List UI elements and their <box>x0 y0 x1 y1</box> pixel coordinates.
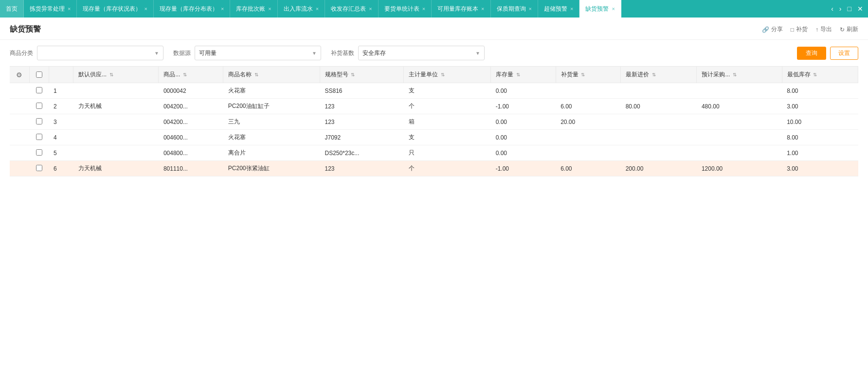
data-source-chevron-down-icon: ▼ <box>312 51 317 56</box>
row-checkbox-cell[interactable] <box>29 99 49 114</box>
export-button[interactable]: ↑ 导出 <box>815 25 832 34</box>
tab-overstock-warn-close[interactable]: × <box>570 6 573 12</box>
gear-settings-icon[interactable]: ⚙ <box>16 71 22 79</box>
row-num-cell: 3 <box>49 114 73 130</box>
row-checkbox-cell[interactable] <box>29 145 49 161</box>
tab-abnormal-close[interactable]: × <box>68 6 71 12</box>
table-header-row: ⚙ 默认供应... ⇅ 商品... ⇅ <box>10 67 858 83</box>
table-row: 3 004200... 三九 123 箱 0.00 20.00 10.00 <box>10 114 858 130</box>
row-num-cell: 1 <box>49 83 73 99</box>
tab-available-ledger-close[interactable]: × <box>481 6 484 12</box>
tab-close-all-button[interactable]: ✕ <box>854 3 866 15</box>
tab-restore-button[interactable]: □ <box>845 3 854 15</box>
unit-header: 主计量单位 <box>409 71 438 78</box>
tab-inout-flow-close[interactable]: × <box>316 6 319 12</box>
data-source-label: 数据源 <box>173 49 191 57</box>
row-checkbox[interactable] <box>36 118 42 124</box>
row-gear-cell <box>10 161 29 176</box>
row-checkbox-cell[interactable] <box>29 130 49 145</box>
replenish-base-value: 安全库存 <box>362 49 386 57</box>
tab-abnormal-label: 拣货异常处理 <box>30 5 65 13</box>
tab-order-stats[interactable]: 要货单统计表 × <box>379 0 432 18</box>
tab-receipt-summary[interactable]: 收发存汇总表 × <box>325 0 378 18</box>
tab-home[interactable]: 首页 <box>0 0 24 18</box>
table-row: 5 004800... 离合片 DS250*23c... 只 0.00 1.00 <box>10 145 858 161</box>
row-product-code: 004600... <box>159 130 223 145</box>
query-button[interactable]: 查询 <box>797 47 826 60</box>
export-label: 导出 <box>820 25 832 34</box>
category-select[interactable]: ▼ <box>37 46 163 60</box>
tab-shortage-warn[interactable]: 缺货预警 × <box>579 0 621 18</box>
table-body: 1 0000042 火花塞 SS816 支 0.00 8.00 2 力天机械 0… <box>10 83 858 176</box>
row-latest-price <box>621 145 697 161</box>
tab-expiry-query-close[interactable]: × <box>529 6 532 12</box>
tab-scroll-left-button[interactable]: ‹ <box>828 3 836 15</box>
row-spec: SS816 <box>320 83 404 99</box>
data-source-value: 可用量 <box>199 49 217 57</box>
column-gear[interactable]: ⚙ <box>10 67 29 83</box>
column-min-stock[interactable]: 最低库存 ⇅ <box>782 67 858 83</box>
row-checkbox-cell[interactable] <box>29 114 49 130</box>
row-est-purchase <box>697 83 782 99</box>
latest-price-header: 最新进价 <box>626 71 649 78</box>
row-checkbox[interactable] <box>36 165 42 171</box>
row-checkbox-cell[interactable] <box>29 161 49 176</box>
column-est-purchase[interactable]: 预计采购... ⇅ <box>697 67 782 83</box>
tab-inventory-dist-close[interactable]: × <box>221 6 224 12</box>
row-product-code: 801110... <box>159 161 223 176</box>
column-product-name[interactable]: 商品名称 ⇅ <box>223 67 320 83</box>
tab-batch-account-close[interactable]: × <box>268 6 271 12</box>
table-row: 1 0000042 火花塞 SS816 支 0.00 8.00 <box>10 83 858 99</box>
column-product-code[interactable]: 商品... ⇅ <box>159 67 223 83</box>
data-source-select[interactable]: 可用量 ▼ <box>195 46 321 60</box>
row-est-purchase <box>697 114 782 130</box>
tab-inventory-dist[interactable]: 现存量（库存分布表） × <box>154 0 230 18</box>
column-checkbox[interactable] <box>29 67 49 83</box>
row-product-name: 火花塞 <box>223 83 320 99</box>
tab-available-ledger[interactable]: 可用量库存账本 × <box>432 0 490 18</box>
tab-inventory-status-close[interactable]: × <box>144 6 147 12</box>
replenish-button[interactable]: □ 补货 <box>791 25 808 34</box>
share-button[interactable]: 🔗 分享 <box>762 25 783 34</box>
row-num-cell: 6 <box>49 161 73 176</box>
setting-button[interactable]: 设置 <box>830 47 858 60</box>
column-unit[interactable]: 主计量单位 ⇅ <box>404 67 491 83</box>
tab-shortage-warn-close[interactable]: × <box>612 6 615 12</box>
tab-inventory-status[interactable]: 现存量（库存状况表） × <box>77 0 153 18</box>
replenish-base-chevron-down-icon: ▼ <box>475 51 480 56</box>
row-min-stock: 10.00 <box>782 114 858 130</box>
row-checkbox-cell[interactable] <box>29 83 49 99</box>
row-checkbox[interactable] <box>36 87 42 93</box>
tab-abnormal[interactable]: 拣货异常处理 × <box>24 0 77 18</box>
row-est-purchase <box>697 145 782 161</box>
tab-batch-account[interactable]: 库存批次账 × <box>230 0 277 18</box>
est-purchase-sort-icon: ⇅ <box>733 72 737 77</box>
product-code-header: 商品... <box>163 71 180 78</box>
share-icon: 🔗 <box>762 26 769 33</box>
row-spec: DS250*23c... <box>320 145 404 161</box>
tab-overstock-warn[interactable]: 超储预警 × <box>538 0 579 18</box>
column-latest-price[interactable]: 最新进价 ⇅ <box>621 67 697 83</box>
tab-order-stats-close[interactable]: × <box>422 6 425 12</box>
column-replenish-qty[interactable]: 补货量 ⇅ <box>556 67 620 83</box>
row-gear-cell <box>10 130 29 145</box>
tab-inout-flow[interactable]: 出入库流水 × <box>278 0 325 18</box>
column-stock[interactable]: 库存量 ⇅ <box>491 67 556 83</box>
select-all-checkbox[interactable] <box>36 71 42 78</box>
replenish-base-select[interactable]: 安全库存 ▼ <box>358 46 485 60</box>
row-product-name: 三九 <box>223 114 320 130</box>
tab-receipt-summary-close[interactable]: × <box>369 6 372 12</box>
row-spec: 123 <box>320 161 404 176</box>
column-default-supplier[interactable]: 默认供应... ⇅ <box>73 67 159 83</box>
category-chevron-down-icon: ▼ <box>154 51 159 56</box>
row-checkbox[interactable] <box>36 149 42 156</box>
tab-scroll-right-button[interactable]: › <box>836 3 845 15</box>
row-checkbox[interactable] <box>36 134 42 140</box>
tab-expiry-query[interactable]: 保质期查询 × <box>491 0 538 18</box>
row-stock: 0.00 <box>491 83 556 99</box>
replenish-base-label: 补货基数 <box>331 49 354 57</box>
column-spec[interactable]: 规格型号 ⇅ <box>320 67 404 83</box>
refresh-button[interactable]: ↻ 刷新 <box>840 25 858 34</box>
row-checkbox[interactable] <box>36 103 42 109</box>
row-product-name: PC200油缸缸子 <box>223 99 320 114</box>
